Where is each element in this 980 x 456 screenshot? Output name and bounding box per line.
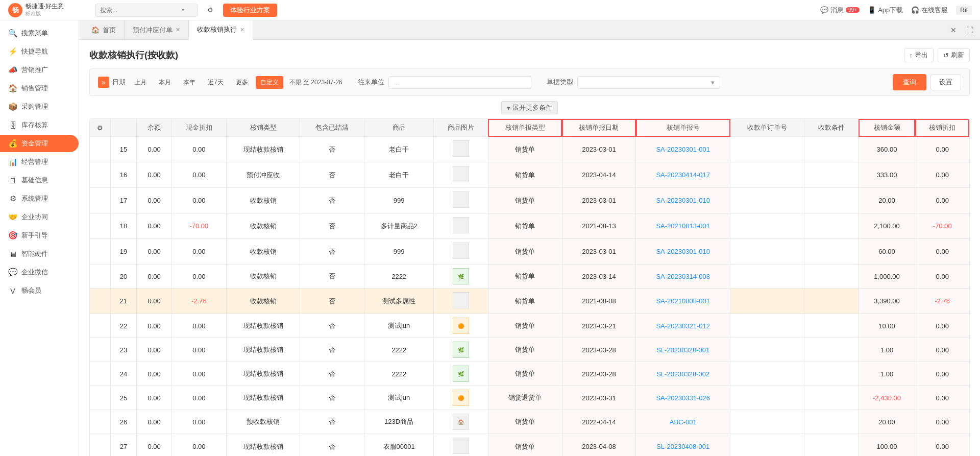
sidebar-item-vip[interactable]: V 畅会员 <box>0 282 79 299</box>
guide-icon: 🎯 <box>8 231 17 240</box>
date-btn-last-month[interactable]: 上月 <box>130 76 151 89</box>
search-box[interactable]: ▾ <box>95 4 198 17</box>
cell-writeoff-type: 现结收款核销 <box>226 362 300 386</box>
table-body: 15 0.00 0.00 现结收款核销 否 老白干 销货单 2023-03-01… <box>90 137 969 457</box>
online-service-btn[interactable]: 🎧 在线客服 <box>911 6 948 15</box>
cell-cash-discount: 0.00 <box>172 265 227 289</box>
export-btn[interactable]: ↑ 导出 <box>904 48 934 62</box>
order-type-select[interactable]: ▾ <box>577 76 720 89</box>
cell-report-date: 2023-04-14 <box>562 162 636 188</box>
cell-report-date: 2023-03-01 <box>562 137 636 162</box>
date-btn-this-month[interactable]: 本月 <box>154 76 176 89</box>
cell-report-no[interactable]: SA-20230301-010 <box>636 188 730 213</box>
cell-report-date: 2023-03-21 <box>562 314 636 338</box>
cell-cash-discount: 0.00 <box>172 386 227 410</box>
report-no-link[interactable]: SA-20230314-008 <box>656 273 710 280</box>
refresh-btn[interactable]: ↺ 刷新 <box>938 48 970 62</box>
report-no-link[interactable]: ABC-001 <box>670 418 697 426</box>
cell-report-date: 2023-03-28 <box>562 338 636 362</box>
report-no-link[interactable]: SA-20230301-010 <box>656 248 710 255</box>
cell-report-no[interactable]: SL-20230408-001 <box>636 434 730 457</box>
tab-writeoff-label: 收款核销执行 <box>197 25 237 34</box>
date-btn-this-year[interactable]: 本年 <box>179 76 200 89</box>
report-no-link[interactable]: SA-20230301-010 <box>656 197 710 204</box>
date-btn-custom[interactable]: 自定义 <box>256 76 283 89</box>
partner-input[interactable]: ... <box>388 76 531 89</box>
cell-report-no[interactable]: SA-20230301-010 <box>636 239 730 265</box>
report-no-link[interactable]: SA-20210808-001 <box>656 297 710 305</box>
report-no-link[interactable]: SL-20230328-001 <box>656 346 709 354</box>
expand-icon: ▾ <box>507 104 510 112</box>
tab-writeoff-close[interactable]: ✕ <box>240 27 244 33</box>
report-no-link[interactable]: SA-20210813-001 <box>656 222 710 230</box>
filter-settings-btn[interactable]: 设置 <box>930 74 961 90</box>
cell-seq: 21 <box>110 289 137 314</box>
industry-btn[interactable]: 体验行业方案 <box>223 4 277 17</box>
page-header: 收款核销执行(按收款) ↑ 导出 ↺ 刷新 <box>89 48 970 62</box>
sidebar-item-system[interactable]: ⚙ 系统管理 <box>0 190 79 207</box>
cell-report-no[interactable]: SA-20230331-026 <box>636 386 730 410</box>
sidebar-item-enterprise[interactable]: 🤝 企业协同 <box>0 208 79 226</box>
sidebar-item-basic[interactable]: 🗒 基础信息 <box>0 172 79 189</box>
cell-product: 999 <box>364 239 434 265</box>
column-settings-icon[interactable]: ⚙ <box>97 124 103 132</box>
sidebar-item-purchase[interactable]: 📦 采购管理 <box>0 98 79 115</box>
sidebar-item-hardware[interactable]: 🖥 智能硬件 <box>0 245 79 262</box>
report-no-link[interactable]: SA-20230301-001 <box>656 146 710 153</box>
cell-report-no[interactable]: SL-20230328-002 <box>636 362 730 386</box>
expand-label: 展开更多条件 <box>512 103 552 112</box>
sidebar-item-finance[interactable]: 💰 资金管理 <box>0 135 79 152</box>
cell-report-no[interactable]: ABC-001 <box>636 410 730 434</box>
table-row: 19 0.00 0.00 收款核销 否 999 销货单 2023-03-01 S… <box>90 239 969 265</box>
tab-writeoff[interactable]: 收款核销执行 ✕ <box>189 20 253 40</box>
report-no-link[interactable]: SL-20230408-001 <box>656 443 709 450</box>
tab-expand-btn[interactable]: ⛶ <box>964 24 976 36</box>
tab-bar: 🏠 首页 预付冲应付单 ✕ 收款核销执行 ✕ ✕ ⛶ <box>79 20 980 40</box>
cell-product: 测试jun <box>364 386 434 410</box>
sidebar-item-operation[interactable]: 📊 经营管理 <box>0 153 79 171</box>
settings-icon[interactable]: ⚙ <box>204 4 217 17</box>
query-btn[interactable]: 查询 <box>893 74 926 90</box>
sidebar-item-marketing[interactable]: 📣 营销推广 <box>0 61 79 79</box>
cell-report-no[interactable]: SA-20230301-001 <box>636 137 730 162</box>
table-row: 17 0.00 0.00 收款核销 否 999 销货单 2023-03-01 S… <box>90 188 969 213</box>
tab-close-btn[interactable]: ✕ <box>947 24 960 36</box>
cell-report-no[interactable]: SA-20210813-001 <box>636 213 730 239</box>
date-btn-more[interactable]: 更多 <box>231 76 253 89</box>
cell-report-no[interactable]: SA-20230321-012 <box>636 314 730 338</box>
sidebar-item-inventory[interactable]: 🗄 库存核算 <box>0 116 79 134</box>
sidebar-item-sales[interactable]: 🏠 销售管理 <box>0 80 79 97</box>
sidebar-item-search[interactable]: 🔍 搜索菜单 <box>0 25 79 42</box>
cell-included-settled: 否 <box>300 434 364 457</box>
sidebar-item-quick-nav[interactable]: ⚡ 快捷导航 <box>0 43 79 60</box>
table-row: 24 0.00 0.00 现结收款核销 否 2222 🌿 销货单 2023-03… <box>90 362 969 386</box>
tab-home[interactable]: 🏠 首页 <box>83 20 125 40</box>
col-gear[interactable]: ⚙ <box>90 119 110 137</box>
cell-product-image <box>434 213 488 239</box>
expand-more-btn[interactable]: ▾ 展开更多条件 <box>501 101 558 114</box>
username-display[interactable]: Rit <box>956 6 972 15</box>
sidebar-item-wechat[interactable]: 💬 企业微信 <box>0 263 79 281</box>
report-no-link[interactable]: SA-20230331-026 <box>656 394 710 402</box>
tab-prepay[interactable]: 预付冲应付单 ✕ <box>125 20 189 40</box>
sidebar-item-guide[interactable]: 🎯 新手引导 <box>0 227 79 244</box>
date-btn-7days[interactable]: 近7天 <box>203 76 228 89</box>
report-no-link[interactable]: SA-20230414-017 <box>656 171 710 179</box>
cell-report-no[interactable]: SA-20230414-017 <box>636 162 730 188</box>
report-no-link[interactable]: SL-20230328-002 <box>656 370 709 378</box>
tab-prepay-close[interactable]: ✕ <box>176 27 180 33</box>
cell-report-no[interactable]: SA-20210808-001 <box>636 289 730 314</box>
cell-receipt-order-no <box>730 410 804 434</box>
cell-report-date: 2023-03-28 <box>562 362 636 386</box>
cell-report-no[interactable]: SA-20230314-008 <box>636 265 730 289</box>
report-no-link[interactable]: SA-20230321-012 <box>656 322 710 330</box>
cell-writeoff-type: 收款核销 <box>226 239 300 265</box>
messages-btn[interactable]: 💬 消息 99+ <box>820 6 860 15</box>
cell-report-no[interactable]: SL-20230328-001 <box>636 338 730 362</box>
product-image-blank <box>453 191 469 208</box>
search-input[interactable] <box>100 7 182 14</box>
cell-writeoff-type: 现结收款核销 <box>226 386 300 410</box>
cell-product-image <box>434 162 488 188</box>
app-download-btn[interactable]: 📱 App下载 <box>868 6 903 15</box>
filter-expand-toggle[interactable]: » <box>98 77 109 88</box>
